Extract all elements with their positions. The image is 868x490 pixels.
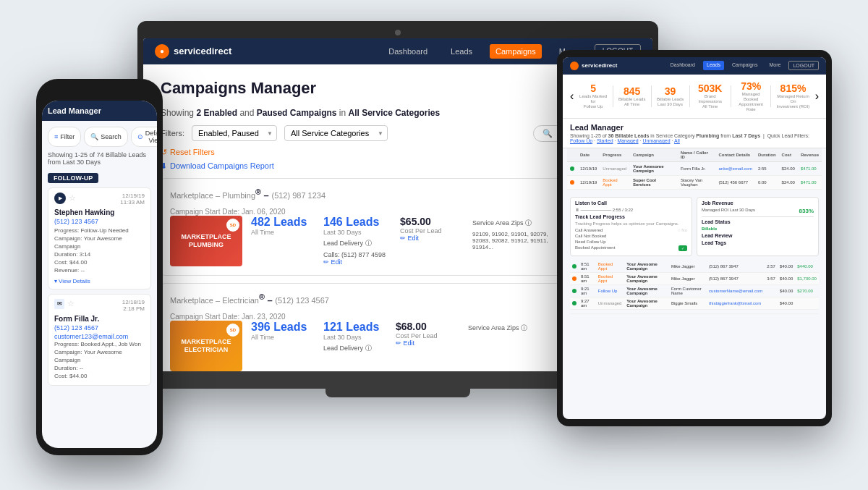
- stat-cost-1: $65.00 Cost Per Lead ✏ Edit: [400, 216, 458, 266]
- stat-30days-2: 121 Leads Last 30 Days Lead Delivery ⓘ: [323, 321, 381, 353]
- mini-cost-1: $40.00: [778, 261, 795, 273]
- area-zips-label: Service Area Zips ⓘ: [472, 219, 559, 228]
- chevron-left-icon: ‹: [570, 90, 574, 103]
- star-icon-1[interactable]: ☆: [69, 193, 76, 203]
- filter-followup-link[interactable]: Follow Up: [570, 138, 592, 143]
- filter-icon: ≡: [54, 133, 58, 140]
- th-duration: Duration: [755, 148, 779, 162]
- mini-row-5: [570, 310, 819, 314]
- tablet-nav-more[interactable]: More: [765, 61, 784, 70]
- phone-filter-btn[interactable]: ≡ Filter: [48, 127, 81, 147]
- filter1-wrap[interactable]: Enabled, Paused: [192, 125, 277, 141]
- phone-default-view-btn[interactable]: ⊙ Default View: [131, 127, 157, 147]
- mini-campaign-2: Your Awesome Campaign: [624, 273, 669, 285]
- stat-label-2: Last 30 Days: [323, 229, 386, 236]
- tablet-nav-leads[interactable]: Leads: [703, 61, 724, 70]
- filter-all-link[interactable]: All: [674, 138, 680, 143]
- stat-label-appt: Managed BookedAppointment Rate: [736, 92, 767, 113]
- edit-link-cost-2[interactable]: ✏ Edit: [396, 339, 454, 347]
- mini-duration-3: [765, 285, 778, 297]
- row2-cost: $24.00: [779, 176, 798, 190]
- stat-num-4: 121 Leads: [323, 321, 381, 334]
- phone-frame: Lead Manager ≡ Filter 🔍 Search ⊙: [36, 79, 163, 455]
- star-icon-2[interactable]: ☆: [67, 299, 75, 308]
- lead-email-2[interactable]: customer123@email.com: [54, 333, 145, 340]
- mini-progress-2: Booked Appt: [596, 273, 625, 285]
- tablet-logo-text: servicedirect: [582, 62, 617, 69]
- table-row-2: 12/19/19 Booked Appt Super Cool Services…: [567, 176, 822, 190]
- campaign-name-2: Marketplace – Electrician® – (512) 123 4…: [170, 292, 329, 305]
- nav-dashboard[interactable]: Dashboard: [383, 44, 433, 59]
- tablet-logout-btn[interactable]: LOGOUT: [788, 61, 819, 70]
- th-check: [567, 148, 577, 162]
- filter-started-link[interactable]: Started: [597, 138, 613, 143]
- phone-search-btn[interactable]: 🔍 Search: [84, 127, 128, 147]
- stat-cost-num-2: $68.00: [396, 321, 454, 332]
- booked-appt-row: Booked Appointment ✓: [575, 245, 687, 251]
- mini-cost-3: $40.00: [778, 285, 795, 297]
- lead-name-1: Stephen Hawking: [54, 208, 145, 216]
- row1-campaign: Your Awesome Campaign: [630, 162, 678, 176]
- tablet-prev-arrow[interactable]: ‹: [570, 90, 574, 103]
- filter1-select[interactable]: Enabled, Paused: [192, 125, 277, 141]
- filter2-wrap[interactable]: All Service Categories: [284, 125, 388, 141]
- th-name: Name / Caller ID: [678, 148, 716, 162]
- nav-campaigns[interactable]: Campaigns: [490, 44, 542, 59]
- download-link[interactable]: ⬇ Download Campaigns Report: [161, 161, 274, 171]
- edit-link-1[interactable]: ✏ Edit: [323, 258, 386, 266]
- tablet: servicedirect Dashboard Leads Campaigns …: [557, 50, 832, 426]
- filter-unmanaged-link[interactable]: Unmanaged: [642, 138, 670, 143]
- chevron-right-icon: ›: [815, 90, 819, 103]
- filter2-select[interactable]: All Service Categories: [284, 125, 388, 141]
- row1-contact: anke@email.com: [715, 162, 754, 176]
- nav-leads[interactable]: Leads: [445, 44, 478, 59]
- play-button-1[interactable]: ▶: [54, 193, 66, 204]
- tablet-next-arrow[interactable]: ›: [815, 90, 819, 103]
- mini-revenue-1: $440.00: [795, 261, 819, 273]
- logo-text: servicedirect: [174, 46, 231, 56]
- roi-value: 833%: [799, 208, 814, 214]
- tablet-stat-3: 503K Brand ImpressionsAll Time: [694, 83, 726, 110]
- stat-label-roi: Managed Return OnInvestment (ROI): [775, 94, 810, 110]
- stat-num-2: 146 Leads: [323, 216, 386, 229]
- stat-num-3: 396 Leads: [251, 321, 309, 334]
- row2-contact: (512) 456 6677: [715, 176, 754, 190]
- stat-alltime-2: 396 Leads All Time: [251, 321, 309, 353]
- phone-showing: Showing 1-25 of 74 Billable Leads from L…: [48, 151, 151, 166]
- mini-duration-1: 2:57: [765, 261, 778, 273]
- service-direct-badge-2: SD: [226, 324, 239, 337]
- table-row-1: 12/19/19 Unmanaged Your Awesome Campaign…: [567, 162, 822, 176]
- lead-phone-1[interactable]: (512) 123 4567: [54, 218, 145, 225]
- mini-name-1: Mike Jagger: [669, 261, 707, 273]
- tablet-more-rows: 8:51 am Booked Appt Your Awesome Campaig…: [563, 261, 826, 314]
- filter-managed-link[interactable]: Managed: [617, 138, 638, 143]
- audio-controls: ⏸ ────────── 2:55 / 3:22: [575, 208, 687, 212]
- lead-name-2: Form Filla Jr.: [54, 315, 145, 323]
- phone-lead-item-2: ✉ ☆ 12/18/19 2:18 PM Form Filla Jr. (512…: [48, 294, 151, 386]
- tablet-nav: servicedirect Dashboard Leads Campaigns …: [563, 57, 826, 75]
- lead-phone-2[interactable]: (512) 123 4567: [54, 324, 145, 331]
- mini-contact-3: customerName@email.com: [707, 285, 765, 297]
- mini-date-2: 8:51 am: [579, 273, 596, 285]
- track-desc: Tracking Progress helps us optimize your…: [575, 221, 687, 226]
- phone-header: Lead Manager: [42, 101, 157, 121]
- lead-tags-section: Lead Tags: [702, 240, 814, 245]
- radio-no: ○ No: [678, 228, 687, 232]
- tablet-nav-campaigns[interactable]: Campaigns: [728, 61, 761, 70]
- mini-revenue-2: $1,700.00: [795, 273, 819, 285]
- edit-link-cost-1[interactable]: ✏ Edit: [400, 235, 458, 242]
- view-details-1[interactable]: ▾ View Details: [54, 278, 145, 284]
- search-icon: 🔍: [90, 133, 98, 140]
- mini-progress-4: Unmanaged: [596, 297, 625, 310]
- mini-date-1: 8:51 am: [579, 261, 596, 273]
- mini-status-1: [570, 261, 579, 273]
- mini-contact-1: (512) 867 3947: [707, 261, 765, 273]
- row1-name: Form Filla Jr.: [678, 162, 716, 176]
- phone: Lead Manager ≡ Filter 🔍 Search ⊙: [36, 79, 163, 455]
- tablet-nav-dashboard[interactable]: Dashboard: [667, 61, 699, 70]
- stat-num-billable: 845: [618, 85, 647, 97]
- stat-num-appt: 73%: [736, 80, 767, 92]
- stat-area-2: Service Area Zips ⓘ: [468, 321, 527, 353]
- stat-alltime-1: 482 Leads All Time: [251, 216, 309, 266]
- phone-toolbar: ≡ Filter 🔍 Search ⊙ Default View: [48, 127, 151, 147]
